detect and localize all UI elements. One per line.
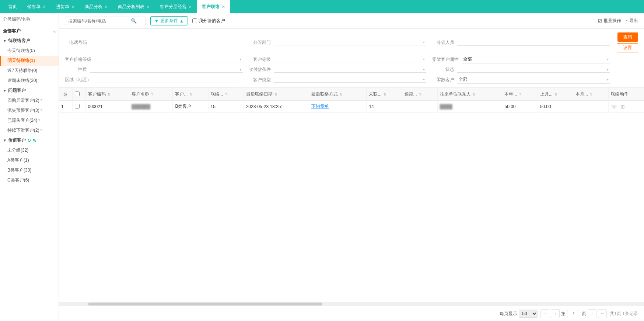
sidebar-item-repurchase-abnormal[interactable]: 回购异常客户(2) ? [0, 96, 59, 106]
sort-icon: ⇅ [225, 93, 228, 96]
sidebar-group-pending[interactable]: ▼ 待联络客户 [0, 36, 59, 46]
filter-select-price-level[interactable]: ▾ [94, 56, 243, 62]
sidebar-item-overdue-contact[interactable]: 逾期未联络(30) [0, 76, 59, 86]
current-page-input[interactable] [567, 310, 580, 317]
filter-input-phone[interactable] [90, 39, 243, 46]
chevron-down-icon: ▾ [607, 77, 609, 82]
row-last-contact-method[interactable]: 下销货单 [309, 101, 367, 113]
help-icon[interactable]: ? [40, 99, 42, 103]
sidebar-item-churned[interactable]: 已流失客户(24) ? [0, 115, 59, 125]
chevron-down-icon: ▾ [607, 68, 609, 72]
col-customer-name[interactable]: 客户名称 ⇅ [129, 88, 172, 101]
nav-purchase-order[interactable]: 进货单 ✕ [51, 0, 80, 13]
more-icon[interactable]: ··· [238, 77, 241, 82]
page-size-wrap: 每页显示 50 10 20 100 200 [500, 310, 538, 318]
filter-select-status[interactable]: ▾ [457, 67, 610, 73]
col-checkbox[interactable] [72, 88, 85, 101]
last-page-button[interactable]: ⊢ [598, 309, 607, 318]
col-contact-count[interactable]: 联络... ⇅ [208, 88, 244, 101]
phone-icon[interactable]: ☏ [611, 104, 617, 110]
more-icon[interactable]: ··· [605, 40, 609, 45]
col-settings[interactable]: ⚙ [59, 88, 72, 101]
sidebar-item-week-pending[interactable]: 近7天待联络(0) [0, 66, 59, 76]
prev-page-button[interactable]: ‹ [551, 309, 560, 318]
settings-button[interactable]: 设置 [617, 43, 638, 52]
search-input-wrap: 🔍 [65, 17, 146, 25]
col-contacts[interactable]: 往来单位联系人 ⇅ [437, 88, 502, 101]
scrollbar-thumb[interactable] [88, 303, 322, 306]
filter-label-phone: 电话号码 [65, 39, 87, 46]
filter-select-retail-customer[interactable]: 全部 ▾ [457, 76, 610, 84]
filter-label-person: 分管人员 [432, 39, 454, 46]
select-all-checkbox[interactable] [75, 92, 80, 96]
filter-select-dept[interactable]: ▾ [274, 39, 427, 45]
sidebar-group-problem[interactable]: ▼ 问题客户 [0, 86, 59, 96]
nav-customer-segmentation[interactable]: 客户分层经营 ✕ [155, 0, 197, 13]
sidebar-item-ungrouped[interactable]: 未分组(32) [0, 145, 59, 155]
nav-product-analysis-list[interactable]: 商品分析列表 ✕ [113, 0, 155, 13]
help-icon[interactable]: ? [38, 118, 40, 123]
sidebar-item-class-c[interactable]: C类客户(6) [0, 175, 59, 185]
close-icon[interactable]: ✕ [105, 5, 108, 9]
help-icon[interactable]: ? [40, 128, 42, 133]
col-this-month[interactable]: 本月... ⇅ [573, 88, 608, 101]
first-page-button[interactable]: ⊣ [540, 309, 549, 318]
filter-label-nature: 性质 [65, 66, 87, 73]
sidebar-item-today-pending[interactable]: 今天待联络(0) [0, 46, 59, 56]
close-icon[interactable]: ✕ [71, 5, 74, 9]
export-button[interactable]: ↑ 导出 [626, 18, 638, 24]
col-customer-code[interactable]: 客户编码 ⇅ [85, 88, 129, 101]
sidebar-item-class-a[interactable]: A类客户(1) [0, 155, 59, 165]
my-customers-checkbox[interactable] [192, 18, 197, 23]
close-icon[interactable]: ✕ [147, 5, 150, 9]
col-this-year[interactable]: 本年... ⇅ [502, 88, 538, 101]
col-not-contacted[interactable]: 未联... ⇅ [367, 88, 402, 101]
grid-icon[interactable]: ⊞ [620, 104, 625, 110]
nav-product-analysis[interactable]: 商品分析 ✕ [80, 0, 113, 13]
batch-operate-button[interactable]: ☑ 批量操作 [598, 18, 621, 24]
sidebar-item-declining[interactable]: 持续下滑客户(2) ? [0, 125, 59, 135]
close-icon[interactable]: ✕ [189, 5, 192, 9]
row-checkbox[interactable] [75, 104, 80, 108]
filter-select-retail-attr[interactable]: 全部 ▾ [462, 55, 610, 63]
col-last-contact-method[interactable]: 最后联络方式 ⇅ [309, 88, 367, 101]
col-last-month[interactable]: 上月... ⇅ [538, 88, 573, 101]
help-icon[interactable]: ? [40, 108, 42, 113]
filter-label-price-level: 客户价格等级 [65, 56, 91, 63]
filter-retail-attr: 零散客户属性 全部 ▾ [432, 55, 616, 63]
more-filters-button[interactable]: ▼ 更多条件 ▲ [150, 16, 188, 25]
sort-icon: ⇅ [554, 93, 557, 96]
sidebar-search-input[interactable] [3, 17, 58, 22]
search-input[interactable] [68, 18, 131, 24]
sidebar-group-value[interactable]: ▼ 价值客户 ↻ ✎ [0, 135, 59, 145]
row-last-month: 50.00 [538, 101, 573, 113]
refresh-icon[interactable]: ↻ [27, 138, 31, 143]
settings-icon[interactable]: ⚙ [61, 92, 70, 97]
nav-home[interactable]: 首页 [3, 0, 22, 13]
page-size-select[interactable]: 50 10 20 100 200 [519, 310, 538, 318]
close-icon[interactable]: ✕ [43, 5, 46, 9]
col-last-contact-date[interactable]: 最后联络日期 ⇅ [244, 88, 309, 101]
filter-select-nature[interactable]: ▾ [90, 67, 243, 73]
nav-sales-order[interactable]: 销售单 ✕ [22, 0, 51, 13]
my-customers-checkbox-label[interactable]: 我分管的客户 [192, 18, 225, 24]
collapse-icon[interactable]: « [53, 29, 56, 34]
close-icon[interactable]: ✕ [222, 5, 225, 9]
filter-select-customer-type[interactable]: ▾ [274, 77, 427, 83]
query-button[interactable]: 查询 [617, 32, 638, 42]
nav-customer-contact[interactable]: 客户联络 ✕ [197, 0, 230, 13]
col-overdue[interactable]: 逾期... ⇅ [402, 88, 437, 101]
next-page-button[interactable]: › [588, 309, 596, 318]
row-checkbox-cell[interactable] [72, 101, 85, 113]
filter-select-payment[interactable]: ▾ [274, 67, 427, 73]
sidebar-item-tomorrow-pending[interactable]: 明天待联络(1) [0, 56, 59, 66]
horizontal-scrollbar[interactable] [59, 302, 644, 306]
col-customer-type[interactable]: 客户... ⇅ [173, 88, 208, 101]
sidebar-item-class-b[interactable]: B类客户(33) [0, 165, 59, 175]
sidebar-all-customers[interactable]: 全部客户 « [0, 25, 59, 36]
search-icon[interactable]: 🔍 [131, 18, 137, 24]
edit-icon[interactable]: ✎ [32, 138, 36, 143]
filter-select-customer-level[interactable]: ▾ [274, 56, 427, 62]
arrow-down-icon: ▼ [3, 138, 7, 142]
sidebar-item-churn-warning[interactable]: 流失预警客户(3) ? [0, 106, 59, 115]
